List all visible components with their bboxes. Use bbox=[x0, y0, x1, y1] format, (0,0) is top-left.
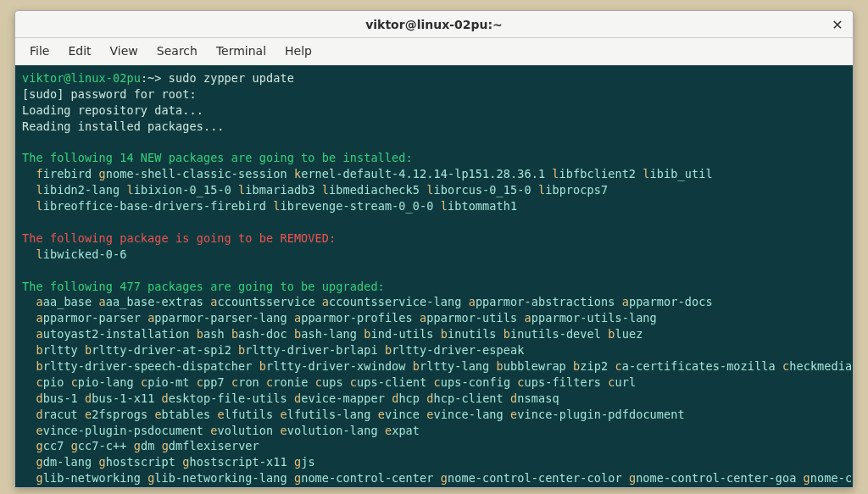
terminal-output[interactable]: viktor@linux-02pu:~> sudo zypper update … bbox=[15, 65, 853, 487]
window-title: viktor@linux-02pu:~ bbox=[365, 18, 503, 31]
menu-search[interactable]: Search bbox=[149, 42, 205, 60]
menu-file[interactable]: File bbox=[22, 42, 57, 60]
titlebar: viktor@linux-02pu:~ ✕ bbox=[15, 11, 853, 38]
terminal-window: viktor@linux-02pu:~ ✕ File Edit View Sea… bbox=[14, 10, 854, 488]
menu-edit[interactable]: Edit bbox=[60, 42, 98, 60]
close-icon[interactable]: ✕ bbox=[829, 16, 846, 33]
menu-help[interactable]: Help bbox=[277, 42, 320, 60]
menubar: File Edit View Search Terminal Help bbox=[15, 38, 853, 65]
menu-terminal[interactable]: Terminal bbox=[209, 42, 274, 60]
menu-view[interactable]: View bbox=[103, 42, 146, 60]
